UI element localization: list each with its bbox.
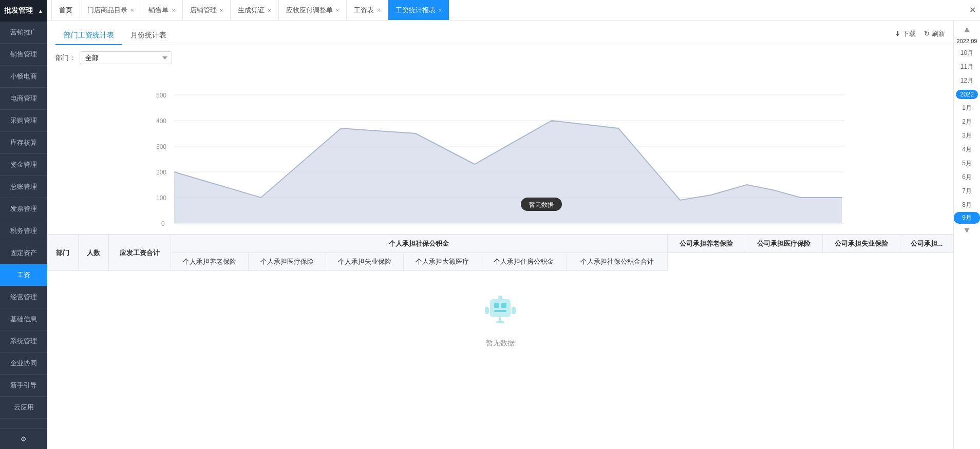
svg-rect-12 — [496, 321, 504, 323]
tab-close-工资表[interactable]: × — [377, 7, 380, 13]
tab-首页[interactable]: 首页 — [51, 0, 80, 20]
table-header-row1: 部门 人数 应发工资合计 个人承担社保公积金 公司承担养老保险 公司承担医疗保险… — [48, 235, 953, 253]
svg-rect-14 — [512, 307, 516, 314]
filter-label: 部门： — [55, 53, 76, 63]
tabs-container: 首页门店商品目录×销售单×店铺管理×生成凭证×应收应付调整单×工资表×工资统计报… — [51, 0, 449, 20]
settings-icon: ⚙ — [21, 435, 27, 443]
sidebar-item-工资[interactable]: 工资 — [0, 264, 47, 286]
sidebar-item-新手引导[interactable]: 新手引导 — [0, 375, 47, 397]
y-axis-100: 100 — [156, 194, 166, 202]
subtab-部门工资统计表[interactable]: 部门工资统计表 — [55, 27, 122, 45]
subtab-月份统计表[interactable]: 月份统计表 — [122, 27, 175, 45]
empty-icon — [480, 291, 521, 333]
data-table: 部门 人数 应发工资合计 个人承担社保公积金 公司承担养老保险 公司承担医疗保险… — [47, 235, 953, 271]
tab-bar: 首页门店商品目录×销售单×店铺管理×生成凭证×应收应付调整单×工资表×工资统计报… — [47, 0, 980, 21]
filter-row: 部门： 全部 — [47, 45, 953, 70]
svg-rect-7 — [494, 303, 499, 308]
page-content: 部门工资统计表月份统计表 ⬇ 下载 ↻ 刷新 部门： 全部 — [47, 21, 953, 449]
sidebar-item-电商管理[interactable]: 电商管理 — [0, 88, 47, 110]
th-count: 人数 — [78, 235, 109, 271]
timeline-up-arrow[interactable]: ▲ — [961, 23, 973, 36]
tab-close-应收应付调整单[interactable]: × — [336, 7, 339, 13]
timeline-month-8[interactable]: 8月 — [954, 198, 980, 212]
tab-close-门店商品目录[interactable]: × — [130, 7, 134, 13]
window-close-icon[interactable]: ✕ — [969, 5, 976, 15]
sidebar-item-基础信息[interactable]: 基础信息 — [0, 308, 47, 330]
sidebar-item-总账管理[interactable]: 总账管理 — [0, 176, 47, 198]
sub-tabs: 部门工资统计表月份统计表 ⬇ 下载 ↻ 刷新 — [47, 21, 953, 45]
timeline-month-9[interactable]: 9月 — [954, 212, 980, 224]
sidebar-item-税务管理[interactable]: 税务管理 — [0, 220, 47, 242]
sidebar-item-营销推广[interactable]: 营销推广 — [0, 22, 47, 44]
timeline-month-2[interactable]: 2月 — [954, 115, 980, 129]
tab-close-工资统计报表[interactable]: × — [439, 7, 442, 13]
tab-生成凭证[interactable]: 生成凭证× — [231, 0, 278, 20]
timeline-panel: ▲ 2022.09 10月 11月 12月 2022 1月 2月 3月 4月 5… — [953, 21, 980, 449]
tab-工资表[interactable]: 工资表× — [347, 0, 388, 20]
timeline-month-1[interactable]: 1月 — [954, 101, 980, 115]
table-header-row2: 个人承担养老保险 个人承担医疗保险 个人承担失业保险 个人承担大额医疗 个人承担… — [48, 253, 953, 271]
chart-container: 0 100 200 300 400 500 — [47, 70, 953, 234]
subtabs-container: 部门工资统计表月份统计表 — [55, 27, 175, 45]
refresh-icon: ↻ — [924, 30, 930, 37]
sidebar-item-云应用[interactable]: 云应用 — [0, 397, 47, 419]
department-select[interactable]: 全部 — [80, 51, 172, 64]
timeline-month-4[interactable]: 4月 — [954, 143, 980, 157]
refresh-button[interactable]: ↻ 刷新 — [924, 29, 945, 38]
tab-close-销售单[interactable]: × — [172, 7, 175, 13]
tab-close-店铺管理[interactable]: × — [220, 7, 223, 13]
chart-svg: 0 100 200 300 400 500 — [55, 74, 945, 228]
tab-bar-end: ✕ — [969, 5, 976, 15]
th-personal-medical: 个人承担医疗保险 — [249, 253, 326, 271]
sidebar-item-发票管理[interactable]: 发票管理 — [0, 198, 47, 220]
timeline-month-6[interactable]: 6月 — [954, 170, 980, 184]
sidebar-item-采购管理[interactable]: 采购管理 — [0, 110, 47, 132]
download-button[interactable]: ⬇ 下载 — [895, 29, 916, 38]
th-personal-total: 个人承担社保公积金合计 — [567, 253, 668, 271]
timeline-top-label: 2022.09 — [956, 36, 978, 46]
th-personal-pension: 个人承担养老保险 — [171, 253, 248, 271]
sidebar-item-经营管理[interactable]: 经营管理 — [0, 286, 47, 308]
svg-rect-10 — [498, 296, 502, 300]
sidebar-item-库存核算[interactable]: 库存核算 — [0, 132, 47, 154]
timeline-down-arrow[interactable]: ▼ — [961, 224, 973, 237]
timeline-month-10[interactable]: 10月 — [954, 46, 980, 60]
th-department: 部门 — [48, 235, 79, 271]
tab-应收应付调整单[interactable]: 应收应付调整单× — [279, 0, 347, 20]
timeline-month-12[interactable]: 12月 — [954, 74, 980, 88]
table-wrapper: 部门 人数 应发工资合计 个人承担社保公积金 公司承担养老保险 公司承担医疗保险… — [47, 234, 953, 449]
th-company-unemployment: 公司承担失业保险 — [823, 235, 900, 253]
tab-close-生成凭证[interactable]: × — [268, 7, 271, 13]
empty-text: 暂无数据 — [486, 339, 515, 348]
timeline-month-3[interactable]: 3月 — [954, 129, 980, 143]
svg-rect-6 — [490, 299, 511, 317]
th-total-wage: 应发工资合计 — [109, 235, 171, 271]
y-axis-300: 300 — [156, 143, 166, 150]
svg-rect-13 — [485, 307, 489, 314]
main-area: 首页门店商品目录×销售单×店铺管理×生成凭证×应收应付调整单×工资表×工资统计报… — [47, 0, 980, 449]
timeline-month-7[interactable]: 7月 — [954, 184, 980, 198]
sidebar-item-小畅电商[interactable]: 小畅电商 — [0, 66, 47, 88]
timeline-month-11[interactable]: 11月 — [954, 60, 980, 74]
sidebar-item-销售管理[interactable]: 销售管理 — [0, 44, 47, 66]
tab-门店商品目录[interactable]: 门店商品目录× — [80, 0, 141, 20]
sidebar-settings[interactable]: ⚙ — [0, 428, 47, 449]
sidebar-item-资金管理[interactable]: 资金管理 — [0, 154, 47, 176]
th-company-medical: 公司承担医疗保险 — [745, 235, 822, 253]
th-personal-social: 个人承担社保公积金 — [171, 235, 667, 253]
chart-tooltip-text: 暂无数据 — [529, 201, 554, 208]
empty-state: 暂无数据 — [47, 271, 953, 368]
sidebar-item-企业协同[interactable]: 企业协同 — [0, 353, 47, 375]
th-personal-unemployment: 个人承担失业保险 — [326, 253, 404, 271]
sidebar-header[interactable]: 批发管理 ▲ — [0, 0, 47, 22]
sidebar-item-系统管理[interactable]: 系统管理 — [0, 330, 47, 353]
download-label: 下载 — [902, 29, 916, 38]
y-axis-0: 0 — [161, 220, 165, 227]
sidebar-item-固定资产[interactable]: 固定资产 — [0, 242, 47, 264]
timeline-month-5[interactable]: 5月 — [954, 157, 980, 170]
tab-销售单[interactable]: 销售单× — [141, 0, 182, 20]
tab-店铺管理[interactable]: 店铺管理× — [183, 0, 231, 20]
timeline-year-badge[interactable]: 2022 — [956, 90, 978, 99]
tab-工资统计报表[interactable]: 工资统计报表× — [388, 0, 449, 20]
sidebar-items: 营销推广销售管理小畅电商电商管理采购管理库存核算资金管理总账管理发票管理税务管理… — [0, 22, 47, 419]
